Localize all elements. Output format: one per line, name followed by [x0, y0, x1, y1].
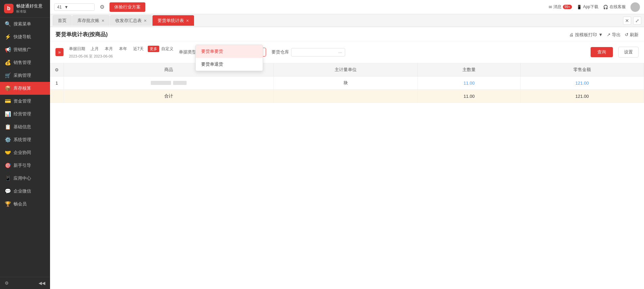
- sidebar-item-label: 新手引导: [14, 162, 31, 169]
- export-label: 导出: [612, 32, 621, 38]
- th-settings[interactable]: ⚙: [50, 63, 64, 76]
- sidebar-item-basic-info[interactable]: 📋 基础信息: [0, 120, 50, 133]
- tab-receive-summary[interactable]: 收发存汇总表 ✕: [110, 15, 152, 26]
- enterprise-icon: 🤝: [5, 150, 11, 156]
- tabbar-actions: ✕ ⤢: [623, 17, 641, 25]
- date-btn-last-7-days[interactable]: 近7天: [131, 45, 146, 52]
- product-placeholder-2: [173, 81, 187, 85]
- refresh-icon: ↺: [625, 32, 628, 37]
- sidebar-item-enterprise[interactable]: 🤝 企业协同: [0, 146, 50, 159]
- app-download-btn[interactable]: 📱 App下载: [577, 4, 598, 10]
- sidebar-item-label: 企业协同: [14, 150, 31, 156]
- date-btn-this-year[interactable]: 本年: [117, 45, 129, 52]
- table-total-row: 合计 11.00 121.00: [50, 90, 644, 103]
- sidebar-item-sales[interactable]: 💰 销售管理: [0, 56, 50, 69]
- table-header-row: ⚙ 商品 主计量单位 主数量 零售金额: [50, 63, 644, 76]
- tab-batch-account[interactable]: 库存批次账 ✕: [72, 15, 110, 26]
- operations-icon: 📊: [5, 111, 11, 117]
- online-service-label: 在线客服: [610, 4, 626, 10]
- headset-icon: 🎧: [603, 5, 608, 9]
- filter-settings-btn[interactable]: 设置: [618, 47, 639, 58]
- main-area: 41 ▼ ⚙ 体验行业方案 ✉ 消息 99+ 📱 App下载 🎧 在线客服: [50, 0, 644, 289]
- tab-order-stats-close[interactable]: ✕: [186, 19, 189, 23]
- total-unit-empty: [273, 90, 418, 103]
- date-btn-last-month[interactable]: 上月: [89, 45, 101, 52]
- trial-industry-btn[interactable]: 体验行业方案: [110, 2, 145, 12]
- sidebar-item-purchase[interactable]: 🛒 采购管理: [0, 69, 50, 82]
- sidebar-collapse-btn[interactable]: ◀◀: [39, 281, 45, 286]
- finance-icon: 💳: [5, 98, 11, 104]
- sidebar: b 畅捷通好生意 标准版 🔍 搜索菜单 ⚡ 快捷导航 📢 营销推广 💰 销售管理…: [0, 0, 50, 289]
- dropdown-item-order-return[interactable]: 要货单退货: [196, 58, 263, 71]
- sidebar-item-quick-nav[interactable]: ⚡ 快捷导航: [0, 30, 50, 43]
- print-label: 按模板打印: [575, 32, 597, 38]
- topbar-gear-btn[interactable]: ⚙: [97, 2, 107, 12]
- sidebar-item-label: 资金管理: [14, 98, 31, 104]
- tab-home-label: 首页: [58, 18, 67, 24]
- query-btn[interactable]: 查询: [591, 47, 613, 57]
- online-service-btn[interactable]: 🎧 在线客服: [603, 4, 626, 10]
- messages-btn[interactable]: ✉ 消息 99+: [549, 4, 572, 10]
- app-logo-icon: b: [4, 4, 14, 13]
- tab-expand-btn[interactable]: ⤢: [633, 17, 641, 25]
- date-btn-custom[interactable]: 自定义: [161, 46, 173, 52]
- total-amount: 121.00: [520, 90, 644, 103]
- company-select[interactable]: 41 ▼: [54, 3, 95, 11]
- company-select-value: 41: [57, 5, 62, 9]
- sidebar-item-label: 企业微信: [14, 188, 31, 194]
- topbar-right: ✉ 消息 99+ 📱 App下载 🎧 在线客服: [549, 2, 640, 12]
- sidebar-item-marketing[interactable]: 📢 营销推广: [0, 43, 50, 56]
- sidebar-item-label: 搜索菜单: [14, 21, 31, 27]
- table-row: 1 块 11.00 121.00: [50, 76, 644, 90]
- sidebar-item-operations[interactable]: 📊 经营管理: [0, 108, 50, 120]
- sidebar-item-search[interactable]: 🔍 搜索菜单: [0, 18, 50, 30]
- tab-close-all-btn[interactable]: ✕: [623, 17, 631, 25]
- date-btn-this-month[interactable]: 本月: [103, 45, 115, 52]
- sales-icon: 💰: [5, 60, 11, 66]
- sidebar-item-system[interactable]: ⚙️ 系统管理: [0, 133, 50, 146]
- print-btn[interactable]: 🖨 按模板打印 ▼: [569, 32, 603, 38]
- search-icon: 🔍: [5, 21, 11, 27]
- tab-batch-account-close[interactable]: ✕: [101, 19, 104, 23]
- sidebar-item-label: 营销推广: [14, 47, 31, 53]
- sidebar-item-label: 采购管理: [14, 72, 31, 79]
- sidebar-bottom: ⚙ ◀◀: [0, 277, 50, 289]
- warehouse-more-btn[interactable]: ···: [338, 50, 342, 55]
- sidebar-item-wechat[interactable]: 💬 企业微信: [0, 185, 50, 198]
- date-range-display: 2023-05-06 至 2023-06-06: [69, 54, 173, 59]
- filter-row: » 单据日期 上月 本月 本年 近7天 更多 自定义 2023-05-06 至 …: [50, 41, 644, 63]
- sidebar-settings-icon[interactable]: ⚙: [5, 281, 9, 286]
- tabbar: 首页 库存批次账 ✕ 收发存汇总表 ✕ 要货单统计表 ✕ ✕ ⤢: [50, 14, 644, 27]
- app-center-icon: 📱: [5, 175, 11, 181]
- tab-home[interactable]: 首页: [53, 15, 72, 26]
- sidebar-item-finance[interactable]: 💳 资金管理: [0, 95, 50, 108]
- tab-order-stats[interactable]: 要货单统计表 ✕: [152, 15, 194, 26]
- guide-icon: 🎯: [5, 162, 11, 169]
- avatar[interactable]: [630, 2, 640, 12]
- export-btn[interactable]: ↗ 导出: [607, 32, 621, 38]
- warehouse-label: 要货仓库: [271, 49, 289, 55]
- tab-receive-summary-close[interactable]: ✕: [144, 19, 147, 23]
- th-unit: 主计量单位: [273, 63, 418, 76]
- sidebar-item-inventory[interactable]: 📦 库存核算: [0, 82, 50, 95]
- filter-expand-btn[interactable]: »: [55, 48, 64, 56]
- topbar-left: 41 ▼ ⚙ 体验行业方案: [54, 2, 545, 12]
- tab-batch-account-label: 库存批次账: [77, 18, 99, 24]
- sidebar-item-member[interactable]: 🏆 畅会员: [0, 198, 50, 210]
- refresh-btn[interactable]: ↺ 刷新: [625, 32, 639, 38]
- app-download-label: App下载: [583, 4, 598, 10]
- date-btn-more[interactable]: 更多: [148, 46, 159, 52]
- purchase-icon: 🛒: [5, 72, 11, 79]
- row-seq: 1: [50, 76, 64, 90]
- basic-info-icon: 📋: [5, 124, 11, 130]
- sidebar-item-app-center[interactable]: 📱 应用中心: [0, 172, 50, 185]
- th-quantity: 主数量: [418, 63, 520, 76]
- row-product: [64, 76, 273, 90]
- chevron-down-icon: ▼: [64, 5, 68, 9]
- warehouse-input[interactable]: ···: [291, 48, 345, 57]
- print-chevron-down: ▼: [598, 32, 603, 37]
- sidebar-item-label: 经营管理: [14, 111, 31, 117]
- dropdown-item-order-goods[interactable]: 要货单要货: [196, 45, 263, 58]
- total-empty: [50, 90, 64, 103]
- sidebar-item-guide[interactable]: 🎯 新手引导: [0, 159, 50, 172]
